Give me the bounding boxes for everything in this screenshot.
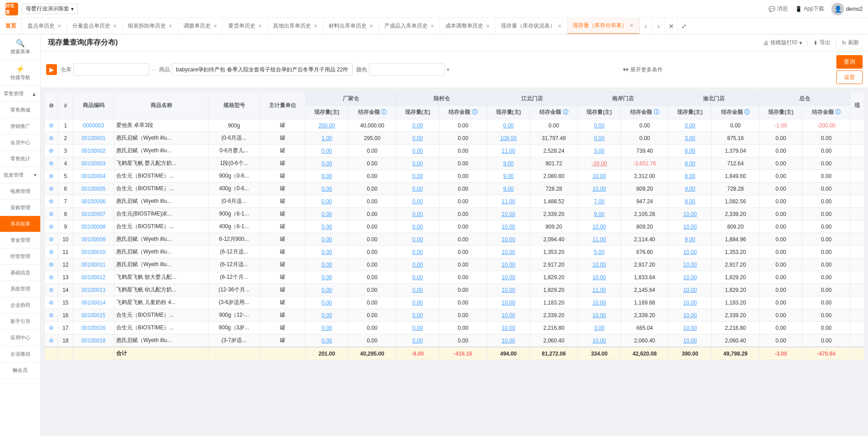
tab-branch-count[interactable]: 分量盘点单历史 ✕ bbox=[67, 18, 123, 34]
sidebar-item-member[interactable]: 会员中心 bbox=[0, 135, 40, 151]
cell-code: 00100014 bbox=[73, 296, 114, 309]
cell-settings[interactable]: ⚙ bbox=[45, 170, 58, 183]
industry-select[interactable]: 母婴行业演示陈套 ▾ bbox=[22, 4, 78, 14]
close-icon[interactable]: ✕ bbox=[630, 23, 633, 28]
cell-unit: 罐 bbox=[259, 119, 305, 132]
cell-jb-stock: 0.00 bbox=[487, 119, 530, 132]
tab-stock-status[interactable]: 现存量（库存状况表） ✕ bbox=[495, 18, 567, 34]
tab-transfer[interactable]: 调拨单历史 ✕ bbox=[178, 18, 223, 34]
user-info[interactable]: 👤 demo2 bbox=[831, 3, 863, 15]
settings-btn[interactable]: 设置 bbox=[836, 70, 863, 84]
sidebar-item-inventory[interactable]: 库存核算 bbox=[0, 216, 40, 232]
table-row: ⚙ 14 00100013 飞鹤星飞帆 幼儿配方奶... (12-36个月...… bbox=[45, 284, 864, 296]
cell-settings[interactable]: ⚙ bbox=[45, 119, 58, 132]
more-conditions-btn[interactable]: ▾▾ 展开更多条件 bbox=[619, 64, 666, 75]
export-btn[interactable]: ⬇ 导出 bbox=[811, 38, 832, 47]
th-goods-name: 商品名称 bbox=[114, 92, 208, 119]
sidebar-item-corp-wechat[interactable]: 企业微信 bbox=[0, 346, 40, 362]
cell-jb-stock: 10.00 bbox=[487, 284, 530, 296]
goods-label: 商品 bbox=[159, 66, 170, 74]
refresh-btn[interactable]: ↻ 刷新 bbox=[840, 38, 861, 47]
tab-expand-btn[interactable]: ⤢ bbox=[677, 18, 690, 34]
cell-jb-stock: 10.00 bbox=[487, 309, 530, 322]
cell-jb-amt: 728.28 bbox=[530, 183, 578, 195]
sidebar-item-guide[interactable]: 新手引导 bbox=[0, 314, 40, 330]
sidebar-item-search[interactable]: 🔍 搜索英单 bbox=[0, 34, 40, 60]
cell-lc-amt: 0.00 bbox=[439, 322, 487, 334]
sidebar-item-finance[interactable]: 资金管理 bbox=[0, 232, 40, 248]
tab-material-out[interactable]: 材料出库单历史 ✕ bbox=[323, 18, 379, 34]
sidebar-item-retail-mgmt[interactable]: 零售管理 ▲ bbox=[0, 86, 40, 102]
cell-settings[interactable]: ⚙ bbox=[45, 334, 58, 347]
cell-settings[interactable]: ⚙ bbox=[45, 157, 58, 170]
query-btn[interactable]: 查询 bbox=[836, 55, 863, 69]
cell-settings[interactable]: ⚙ bbox=[45, 220, 58, 233]
sidebar-item-ecommerce[interactable]: 电商管理 bbox=[0, 183, 40, 200]
cell-settings[interactable]: ⚙ bbox=[45, 183, 58, 195]
close-icon[interactable]: ✕ bbox=[213, 23, 217, 28]
app-download-btn[interactable]: 📱 App下载 bbox=[795, 5, 824, 13]
close-icon[interactable]: ✕ bbox=[169, 23, 172, 28]
sidebar-item-ops[interactable]: 经营管理 bbox=[0, 248, 40, 265]
print-btn[interactable]: 🖨 按模版打印 ▾ bbox=[761, 38, 804, 47]
cell-lc-stock: 0.00 bbox=[396, 183, 439, 195]
cell-total-stock: 0.00 bbox=[760, 246, 802, 258]
cell-settings[interactable]: ⚙ bbox=[45, 258, 58, 271]
sidebar-item-members[interactable]: 畅会员 bbox=[0, 362, 40, 379]
cell-spec: 900g bbox=[208, 119, 260, 132]
color-input[interactable] bbox=[369, 63, 445, 76]
filter-toggle-btn[interactable]: ▶ bbox=[46, 64, 57, 75]
warehouse-input[interactable] bbox=[73, 63, 149, 76]
cell-settings[interactable]: ⚙ bbox=[45, 284, 58, 296]
tab-stock-dist[interactable]: 现存量（库存分布表） ✕ bbox=[567, 18, 639, 34]
close-icon[interactable]: ✕ bbox=[430, 23, 434, 28]
sidebar-item-retail-stats[interactable]: 零售统计 bbox=[0, 151, 40, 167]
close-icon[interactable]: ✕ bbox=[113, 23, 117, 28]
goods-input[interactable] bbox=[172, 63, 353, 76]
tab-home[interactable]: 首页 bbox=[0, 18, 22, 34]
tab-disassemble[interactable]: 组装拆卸单历史 ✕ bbox=[123, 18, 178, 34]
cell-settings[interactable]: ⚙ bbox=[45, 322, 58, 334]
tab-prev-btn[interactable]: ‹ bbox=[639, 18, 652, 34]
sidebar-item-enterprise[interactable]: 企业协同 bbox=[0, 297, 40, 314]
cell-settings[interactable]: ⚙ bbox=[45, 132, 58, 145]
sidebar-item-purchase[interactable]: 采购管理 bbox=[0, 200, 40, 216]
user-name: demo2 bbox=[846, 6, 863, 12]
th-settings[interactable]: ⚙ bbox=[45, 92, 58, 119]
tab-inventory-count[interactable]: 盘点单历史 ✕ bbox=[22, 18, 67, 34]
cell-settings[interactable]: ⚙ bbox=[45, 195, 58, 208]
sidebar-item-system[interactable]: 系统管理 bbox=[0, 281, 40, 297]
sidebar-item-shortcut[interactable]: ⚡ 快捷导航 bbox=[0, 60, 40, 86]
cell-settings[interactable]: ⚙ bbox=[45, 309, 58, 322]
cell-fac-amt: 0.00 bbox=[348, 195, 396, 208]
message-btn[interactable]: 💬 消息 bbox=[769, 5, 788, 13]
close-icon[interactable]: ✕ bbox=[314, 23, 317, 28]
cell-settings[interactable]: ⚙ bbox=[45, 296, 58, 309]
tab-other-out[interactable]: 其他出库单历史 ✕ bbox=[268, 18, 323, 34]
cell-settings[interactable]: ⚙ bbox=[45, 233, 58, 246]
cell-settings[interactable]: ⚙ bbox=[45, 208, 58, 220]
close-icon[interactable]: ✕ bbox=[369, 23, 373, 28]
cell-settings[interactable]: ⚙ bbox=[45, 271, 58, 284]
tab-cost-adjust[interactable]: 成本调整单历史 ✕ bbox=[440, 18, 495, 34]
sidebar-item-marketing[interactable]: 营销推广 bbox=[0, 118, 40, 135]
tab-next-btn[interactable]: › bbox=[652, 18, 665, 34]
cell-settings[interactable]: ⚙ bbox=[45, 145, 58, 157]
sidebar-item-retail-store[interactable]: 零售商城 bbox=[0, 102, 40, 118]
close-icon[interactable]: ✕ bbox=[558, 23, 561, 28]
cell-spec: 900g（0-6... bbox=[208, 170, 260, 183]
cell-settings[interactable]: ⚙ bbox=[45, 246, 58, 258]
tab-requisition[interactable]: 要货单历史 ✕ bbox=[223, 18, 268, 34]
close-icon[interactable]: ✕ bbox=[57, 23, 61, 28]
tab-product-in[interactable]: 产成品入库单历史 ✕ bbox=[379, 18, 440, 34]
cell-unit: 罐 bbox=[259, 183, 305, 195]
cell-idx: 16 bbox=[58, 309, 73, 322]
cell-unit: 罐 bbox=[259, 271, 305, 284]
sidebar-item-apps[interactable]: 应用中心 bbox=[0, 330, 40, 346]
close-icon[interactable]: ✕ bbox=[486, 23, 490, 28]
sidebar-item-wholesale[interactable]: 批发管理 ▾ bbox=[0, 167, 40, 183]
tab-close-all-btn[interactable]: ✕ bbox=[665, 18, 677, 34]
sidebar-item-basic[interactable]: 基础信息 bbox=[0, 265, 40, 281]
close-icon[interactable]: ✕ bbox=[258, 23, 262, 28]
table-container[interactable]: ⚙ # 商品编码 商品名称 规格型号 主计量单位 厂家仓 陆村仓 江北门店 南岸… bbox=[41, 88, 868, 436]
